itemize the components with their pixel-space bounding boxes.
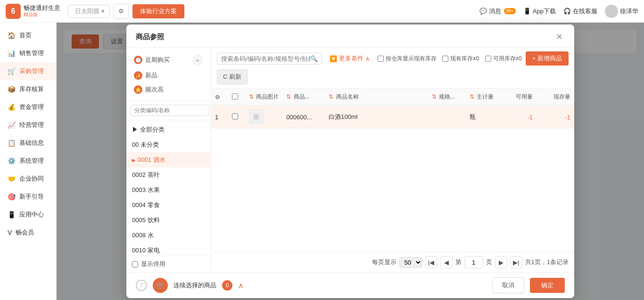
sort-icon: ⇅ xyxy=(249,93,254,100)
add-product-button[interactable]: + 新增商品 xyxy=(526,51,569,66)
modal-body: 🕐 近期购买 « ✨ 新品 ⭐ 频次高 xyxy=(126,48,574,272)
avail-not-zero-checkbox[interactable] xyxy=(485,56,491,62)
sidebar-item-home[interactable]: 🏠 首页 xyxy=(0,26,56,44)
enterprise-icon: 🤝 xyxy=(8,175,16,183)
sidebar-item-sales[interactable]: 📊 销售管理 xyxy=(0,44,56,62)
checkbox-stock-not-zero[interactable]: 现有库存≠0 xyxy=(442,55,479,63)
next-page-button[interactable]: ▶ xyxy=(495,256,507,268)
basicinfo-icon: 📋 xyxy=(8,139,16,147)
cat-0004[interactable]: 0004 零食 xyxy=(126,198,211,213)
appcenter-icon: 📱 xyxy=(8,211,16,218)
cat-uncategorized[interactable]: 00 未分类 xyxy=(126,137,211,152)
by-warehouse-checkbox[interactable] xyxy=(378,56,384,62)
logo-icon: 6 xyxy=(6,4,21,19)
headset-icon: 🎧 xyxy=(563,8,571,15)
sidebar-item-finance[interactable]: 💰 资金管理 xyxy=(0,98,56,116)
row-checkbox[interactable] xyxy=(232,113,238,119)
table-header-row: ⚙ ⇅ 商品图片 xyxy=(211,89,574,106)
category-search-input[interactable] xyxy=(130,105,209,116)
cat-0002[interactable]: 0002 茶叶 xyxy=(126,167,211,183)
search-icon[interactable]: 🔍 xyxy=(310,55,318,62)
product-search-input[interactable] xyxy=(221,55,310,62)
message-icon: 💬 xyxy=(479,8,487,15)
cat-0003[interactable]: 0003 水果 xyxy=(126,183,211,198)
table-row[interactable]: 1 图 000600... 白酒100ml xyxy=(211,106,574,129)
shortcut-recent[interactable]: 🕐 近期购买 « xyxy=(130,51,207,68)
shortcut-new[interactable]: ✨ 新品 xyxy=(130,68,207,83)
sidebar-item-purchase[interactable]: 🛒 采购管理 xyxy=(0,62,56,80)
display-disabled-toggle[interactable]: 显示停用 xyxy=(126,256,211,272)
category-shortcuts: 🕐 近期购买 « ✨ 新品 ⭐ 频次高 xyxy=(126,48,211,101)
page-size-select[interactable]: 50 xyxy=(399,257,422,268)
shortcut-frequent[interactable]: ⭐ 频次高 xyxy=(130,83,207,97)
modal-title: 商品参照 xyxy=(136,33,164,42)
product-table-container: ⚙ ⇅ 商品图片 xyxy=(211,89,574,252)
product-toolbar: 🔍 🔽 更多条件 ∧ 按仓库显示现有库存 xyxy=(211,48,574,89)
row-name: 白酒100ml xyxy=(325,106,428,129)
cat-0005[interactable]: 0005 饮料 xyxy=(126,213,211,228)
confirm-button[interactable]: 确定 xyxy=(530,278,565,293)
app-download-item[interactable]: 📱 App下载 xyxy=(523,7,556,16)
phone-icon: 📱 xyxy=(523,8,531,15)
cancel-button[interactable]: 取消 xyxy=(492,277,524,293)
prev-page-button[interactable]: ◀ xyxy=(440,256,453,268)
system-icon: ⚙️ xyxy=(8,157,16,165)
col-spec-header[interactable]: ⇅ 规格... xyxy=(428,89,466,106)
online-service-item[interactable]: 🎧 在线客服 xyxy=(563,7,597,16)
sidebar-item-system[interactable]: ⚙️ 系统管理 xyxy=(0,152,56,170)
content-area: 查询 设置 刷新 商品参照 ✕ xyxy=(57,23,644,300)
collapse-button[interactable]: « xyxy=(192,54,203,66)
cat-all[interactable]: ▶ 全部分类 xyxy=(126,122,211,137)
sales-icon: 📊 xyxy=(8,50,16,57)
row-code: 000600... xyxy=(282,106,325,129)
filter-button[interactable]: 🔽 更多条件 ∧ xyxy=(326,52,374,65)
settings-icon[interactable]: ⚙ xyxy=(114,4,129,19)
collapse-footer-button[interactable]: ∧ xyxy=(238,281,244,290)
modal-close-button[interactable]: ✕ xyxy=(553,31,565,42)
row-stock: -1 xyxy=(537,106,574,129)
pagination: 每页显示 50 |◀ ◀ 第 页 ▶ ▶| 共1页，1条记录 xyxy=(211,252,574,272)
trial-button[interactable]: 体验行业方案 xyxy=(132,4,184,18)
display-disabled-checkbox[interactable] xyxy=(132,261,138,267)
select-all-checkbox[interactable] xyxy=(232,93,238,100)
refresh-button[interactable]: C 刷新 xyxy=(217,69,248,84)
messages-item[interactable]: 💬 消息 99+ xyxy=(479,7,516,16)
col-code-header[interactable]: ⇅ 商品... xyxy=(282,89,325,106)
col-avail-header: 可用量 xyxy=(499,89,537,106)
sidebar-item-guide[interactable]: 🎯 新手引导 xyxy=(0,188,56,206)
row-check[interactable] xyxy=(228,106,245,129)
sidebar-item-inventory[interactable]: 📦 库存核算 xyxy=(0,80,56,98)
sidebar-item-enterprise[interactable]: 🤝 企业协同 xyxy=(0,170,56,188)
sidebar-item-basic-info[interactable]: 📋 基础信息 xyxy=(0,134,56,152)
help-icon[interactable]: ? xyxy=(136,280,147,291)
row-spec xyxy=(428,106,466,129)
member-icon: V xyxy=(8,229,12,236)
sort-icon: ⇅ xyxy=(432,93,437,100)
last-page-button[interactable]: ▶| xyxy=(510,256,522,268)
cat-0008[interactable]: 0008 水 xyxy=(126,228,211,243)
col-settings[interactable]: ⚙ xyxy=(211,89,228,106)
row-seq: 1 xyxy=(211,106,228,129)
user-avatar-item[interactable]: 徐泽华 xyxy=(605,5,638,18)
frequent-icon: ⭐ xyxy=(134,85,142,94)
sidebar-item-member[interactable]: V 畅会员 xyxy=(0,224,56,242)
chevron-down-icon: ▾ xyxy=(101,8,105,15)
cat-0010[interactable]: 0010 家电 xyxy=(126,243,211,256)
cart-icon[interactable]: 🛒 xyxy=(153,278,168,293)
page-number-input[interactable] xyxy=(464,256,483,268)
col-unit-header[interactable]: ⇅ 主计量 xyxy=(466,89,499,106)
checkbox-avail-not-zero[interactable]: 可用库存≠0 xyxy=(485,55,522,63)
sidebar-item-appcenter[interactable]: 📱 应用中心 xyxy=(0,206,56,224)
finance-icon: 💰 xyxy=(8,103,16,111)
modal-header: 商品参照 ✕ xyxy=(126,25,574,48)
product-search-box: 🔍 xyxy=(217,53,322,65)
stock-not-zero-checkbox[interactable] xyxy=(442,56,448,62)
sidebar-item-operation[interactable]: 📈 经营管理 xyxy=(0,116,56,134)
left-sidebar: 🏠 首页 📊 销售管理 🛒 采购管理 📦 库存核算 💰 资金管理 📈 经营管理 … xyxy=(0,23,57,300)
nav-selector[interactable]: 日太阳膜 ▾ xyxy=(68,5,110,18)
avatar xyxy=(605,5,618,18)
col-name-header[interactable]: ⇅ 商品名称 xyxy=(325,89,428,106)
checkbox-by-warehouse[interactable]: 按仓库显示现有库存 xyxy=(378,55,437,63)
cat-0001[interactable]: ▶ 0001 酒水 xyxy=(126,152,211,167)
first-page-button[interactable]: |◀ xyxy=(425,256,438,268)
